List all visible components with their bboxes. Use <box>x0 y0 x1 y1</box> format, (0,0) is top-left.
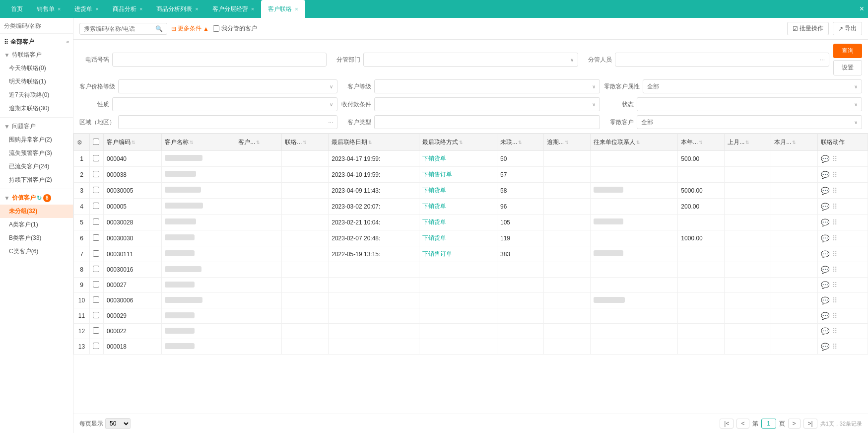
tab-close-icon[interactable]: × <box>251 6 254 12</box>
reset-button[interactable]: 设置 <box>833 60 862 75</box>
row-checkbox[interactable] <box>93 327 99 334</box>
row-checkbox[interactable] <box>93 296 99 303</box>
grid-icon[interactable]: ⠿ <box>832 203 837 211</box>
tab-purchase-order[interactable]: 进货单 × <box>67 0 105 18</box>
close-all-tabs-button[interactable]: × <box>860 4 864 13</box>
first-page-button[interactable]: |< <box>720 419 734 429</box>
sidebar-item-abnormal[interactable]: 囤购异常客户(2) <box>0 133 73 146</box>
grid-icon[interactable]: ⠿ <box>832 296 837 304</box>
sidebar-item-today-pending[interactable]: 今天待联络(0) <box>0 62 73 75</box>
sidebar-item-warning[interactable]: 流失预警客户(3) <box>0 146 73 160</box>
chat-icon[interactable]: 💬 <box>821 234 829 242</box>
sidebar-item-declining[interactable]: 持续下滑客户(2) <box>0 173 73 187</box>
chat-icon[interactable]: 💬 <box>821 187 829 195</box>
tab-close-icon[interactable]: × <box>95 6 98 12</box>
grid-icon[interactable]: ⠿ <box>832 312 837 320</box>
row-checkbox[interactable] <box>93 218 99 225</box>
row-checkbox[interactable] <box>93 266 99 272</box>
dept-select[interactable]: ∨ <box>363 53 578 67</box>
sidebar-collapse-icon[interactable]: « <box>66 39 69 45</box>
export-button[interactable]: ↗ 导出 <box>833 22 862 35</box>
tab-close-icon[interactable]: × <box>58 6 61 12</box>
type-select[interactable] <box>374 115 600 129</box>
chat-icon[interactable]: 💬 <box>821 312 829 320</box>
sidebar-item-ungrouped[interactable]: 未分组(32) <box>0 205 73 218</box>
page-size-select[interactable]: 50 100 200 <box>105 418 131 429</box>
grid-icon[interactable]: ⠿ <box>832 343 837 351</box>
row-checkbox[interactable] <box>93 171 99 177</box>
tab-close-icon[interactable]: × <box>139 6 142 12</box>
sidebar-search-input[interactable] <box>4 22 73 29</box>
nature-select[interactable]: ∨ <box>112 97 337 111</box>
chat-icon[interactable]: 💬 <box>821 171 829 179</box>
my-customers-checkbox-label[interactable]: 我分管的客户 <box>213 24 257 33</box>
phone-input[interactable] <box>112 53 327 67</box>
settings-icon[interactable]: ⚙ <box>77 139 82 146</box>
sidebar-item-class-b[interactable]: B类客户(33) <box>0 231 73 245</box>
chat-icon[interactable]: 💬 <box>821 327 829 335</box>
payment-select[interactable]: ∨ <box>374 97 600 111</box>
contact-method-link[interactable]: 下销货单 <box>422 187 446 194</box>
price-level-select[interactable]: ∨ <box>118 79 337 93</box>
next-page-button[interactable]: > <box>788 419 801 429</box>
sidebar-item-week-pending[interactable]: 近7天待联络(0) <box>0 88 73 102</box>
contact-method-link[interactable]: 下销货单 <box>422 155 446 162</box>
sidebar-item-class-a[interactable]: A类客户(1) <box>0 218 73 231</box>
chat-icon[interactable]: 💬 <box>821 218 829 226</box>
tab-customer-segment[interactable]: 客户分层经营 × <box>205 0 261 18</box>
grid-icon[interactable]: ⠿ <box>832 171 837 179</box>
row-checkbox[interactable] <box>93 281 99 288</box>
tab-product-analysis-list[interactable]: 商品分析列表 × <box>149 0 205 18</box>
home-tab[interactable]: 首页 <box>4 0 30 18</box>
my-customers-checkbox[interactable] <box>213 25 219 32</box>
row-checkbox[interactable] <box>93 312 99 318</box>
chat-icon[interactable]: 💬 <box>821 155 829 163</box>
sidebar-item-lost[interactable]: 已流失客户(24) <box>0 160 73 173</box>
contact-method-link[interactable]: 下销货单 <box>422 234 446 241</box>
prev-page-button[interactable]: < <box>736 419 749 429</box>
status-select[interactable]: ∨ <box>637 97 862 111</box>
row-checkbox[interactable] <box>93 250 99 257</box>
refresh-icon[interactable]: ↻ <box>37 195 42 202</box>
grid-icon[interactable]: ⠿ <box>832 187 837 195</box>
tab-sales-order[interactable]: 销售单 × <box>30 0 67 18</box>
batch-operation-button[interactable]: ☑ 批量操作 <box>787 22 829 35</box>
value-group-header[interactable]: ▼ 价值客户 ↻ 8 <box>0 191 73 205</box>
sidebar-item-overdue-contact[interactable]: 逾期未联络(30) <box>0 102 73 115</box>
retail-attr-select[interactable]: 全部 ∨ <box>643 79 862 93</box>
grid-icon[interactable]: ⠿ <box>832 234 837 242</box>
more-conditions-button[interactable]: ⊟ 更多条件 ▲ <box>171 24 209 33</box>
row-checkbox[interactable] <box>93 234 99 241</box>
select-all-checkbox[interactable] <box>93 139 99 145</box>
phone-field[interactable] <box>117 56 322 63</box>
tab-product-analysis[interactable]: 商品分析 × <box>106 0 149 18</box>
retail-select[interactable]: 全部 ∨ <box>637 115 862 129</box>
chat-icon[interactable]: 💬 <box>821 266 829 274</box>
last-page-button[interactable]: >| <box>803 419 817 429</box>
sidebar-item-tomorrow-pending[interactable]: 明天待联络(1) <box>0 75 73 88</box>
row-checkbox[interactable] <box>93 343 99 349</box>
problem-group-header[interactable]: ▼ 问题客户 <box>0 120 73 133</box>
tab-close-icon[interactable]: × <box>195 6 198 12</box>
chat-icon[interactable]: 💬 <box>821 250 829 258</box>
row-checkbox[interactable] <box>93 203 99 209</box>
contact-method-link[interactable]: 下销售订单 <box>422 250 452 257</box>
contact-method-link[interactable]: 下销货单 <box>422 218 446 225</box>
contact-method-link[interactable]: 下销售订单 <box>422 171 452 178</box>
tab-customer-contact[interactable]: 客户联络 × <box>261 0 305 18</box>
chat-icon[interactable]: 💬 <box>821 343 829 351</box>
grid-icon[interactable]: ⠿ <box>832 218 837 226</box>
contact-method-link[interactable]: 下销货单 <box>422 203 446 210</box>
region-select[interactable]: ··· <box>118 115 337 129</box>
level-select[interactable]: ∨ <box>374 79 600 93</box>
grid-icon[interactable]: ⠿ <box>832 327 837 335</box>
chat-icon[interactable]: 💬 <box>821 281 829 289</box>
chat-icon[interactable]: 💬 <box>821 296 829 304</box>
chat-icon[interactable]: 💬 <box>821 203 829 211</box>
grid-icon[interactable]: ⠿ <box>832 155 837 163</box>
current-page-number[interactable]: 1 <box>761 419 776 429</box>
search-icon[interactable]: 🔍 <box>155 25 163 32</box>
pending-group-header[interactable]: ▼ 待联络客户 <box>0 48 73 62</box>
query-button[interactable]: 查询 <box>833 44 862 58</box>
staff-select[interactable]: ··· <box>615 53 829 67</box>
